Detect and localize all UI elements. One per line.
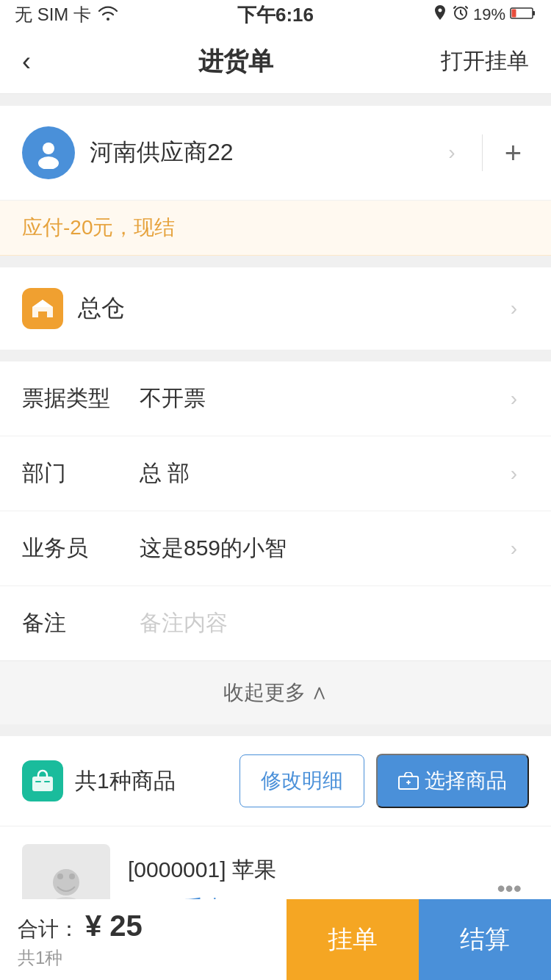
remark-label: 备注 bbox=[22, 608, 125, 638]
department-label: 部门 bbox=[22, 458, 125, 489]
warehouse-name: 总仓 bbox=[78, 292, 511, 325]
form-section: 票据类型 不开票 › 部门 总 部 › 业务员 这是859的小智 › 备注 备注… bbox=[0, 361, 551, 724]
select-product-button[interactable]: 选择商品 bbox=[376, 754, 529, 808]
alarm-icon bbox=[453, 4, 469, 25]
warehouse-section[interactable]: 总仓 › bbox=[0, 267, 551, 350]
gap-2 bbox=[0, 256, 551, 267]
gap-3 bbox=[0, 350, 551, 361]
svg-rect-3 bbox=[533, 11, 535, 15]
gap-1 bbox=[0, 94, 551, 106]
product-section-icon bbox=[22, 760, 63, 801]
department-value: 总 部 bbox=[125, 458, 511, 489]
warehouse-icon bbox=[22, 288, 63, 329]
gap-4 bbox=[0, 724, 551, 736]
status-time: 下午6:16 bbox=[237, 2, 314, 28]
edit-detail-button[interactable]: 修改明细 bbox=[240, 754, 364, 807]
status-right-area: 19% bbox=[432, 4, 536, 25]
department-chevron-icon: › bbox=[511, 462, 517, 486]
footer-total-area: 合计： ¥ 25 共1种 bbox=[0, 899, 287, 980]
svg-rect-9 bbox=[44, 781, 50, 782]
total-sub-label: 共1种 bbox=[18, 946, 269, 970]
checkout-button[interactable]: 结算 bbox=[419, 899, 551, 980]
wifi-icon bbox=[97, 4, 119, 25]
collapse-button[interactable]: 收起更多 ∧ bbox=[0, 660, 551, 724]
carrier-text: 无 SIM 卡 bbox=[15, 3, 91, 26]
salesperson-label: 业务员 bbox=[22, 533, 125, 563]
remark-row[interactable]: 备注 备注内容 bbox=[0, 586, 551, 660]
location-icon bbox=[432, 4, 448, 25]
hang-button[interactable]: 挂单 bbox=[287, 899, 419, 980]
status-bar: 无 SIM 卡 下午6:16 19% bbox=[0, 0, 551, 29]
nav-bar: ‹ 进货单 打开挂单 bbox=[0, 29, 551, 94]
total-label: 合计： bbox=[18, 915, 79, 943]
back-button[interactable]: ‹ bbox=[22, 46, 31, 77]
invoice-type-row[interactable]: 票据类型 不开票 › bbox=[0, 361, 551, 436]
remark-input[interactable]: 备注内容 bbox=[125, 608, 529, 638]
total-amount: ¥ 25 bbox=[85, 909, 143, 943]
warehouse-chevron-icon: › bbox=[511, 297, 517, 320]
page-title: 进货单 bbox=[198, 45, 273, 79]
supplier-chevron-icon: › bbox=[448, 141, 455, 165]
divider bbox=[482, 134, 483, 171]
department-row[interactable]: 部门 总 部 › bbox=[0, 436, 551, 511]
supplier-name: 河南供应商22 bbox=[90, 137, 448, 169]
notice-bar: 应付-20元，现结 bbox=[0, 201, 551, 256]
invoice-chevron-icon: › bbox=[511, 387, 517, 411]
svg-point-13 bbox=[57, 873, 63, 879]
product-name: [0000001] 苹果 bbox=[128, 855, 489, 885]
open-hang-button[interactable]: 打开挂单 bbox=[441, 46, 529, 76]
salesperson-row[interactable]: 业务员 这是859的小智 › bbox=[0, 511, 551, 586]
invoice-type-value: 不开票 bbox=[125, 383, 511, 414]
salesperson-value: 这是859的小智 bbox=[125, 533, 511, 563]
status-carrier: 无 SIM 卡 bbox=[15, 3, 119, 26]
warehouse-row[interactable]: 总仓 › bbox=[0, 267, 551, 350]
salesperson-chevron-icon: › bbox=[511, 537, 517, 561]
footer-bar: 合计： ¥ 25 共1种 挂单 结算 bbox=[0, 899, 551, 980]
battery-icon bbox=[510, 5, 536, 24]
product-count: 共1种商品 bbox=[75, 766, 240, 796]
svg-rect-8 bbox=[35, 781, 41, 782]
svg-rect-7 bbox=[32, 777, 53, 791]
add-button[interactable]: + bbox=[497, 137, 529, 170]
supplier-section: 河南供应商22 › + 应付-20元，现结 bbox=[0, 106, 551, 256]
battery-text: 19% bbox=[473, 5, 505, 24]
invoice-type-label: 票据类型 bbox=[22, 383, 125, 414]
svg-rect-6 bbox=[38, 311, 47, 317]
svg-point-14 bbox=[69, 873, 75, 879]
svg-point-4 bbox=[43, 143, 54, 154]
svg-point-5 bbox=[38, 156, 59, 169]
select-product-label: 选择商品 bbox=[425, 767, 507, 795]
supplier-row[interactable]: 河南供应商22 › + bbox=[0, 106, 551, 201]
svg-rect-2 bbox=[511, 10, 516, 18]
supplier-avatar bbox=[22, 126, 75, 179]
product-header: 共1种商品 修改明细 选择商品 bbox=[0, 736, 551, 826]
